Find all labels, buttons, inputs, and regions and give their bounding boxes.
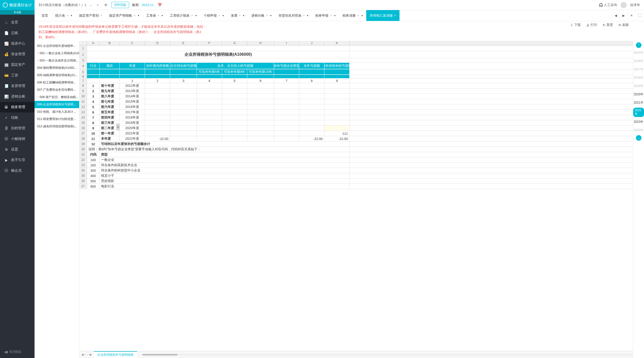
cell[interactable]: 当年待弥补的亏损额 [324, 63, 350, 69]
row-number[interactable]: 21 [79, 152, 87, 157]
brand-logo[interactable]: 畅捷通好会计 [0, 0, 35, 10]
cell[interactable]: 当年亏损额 [299, 63, 324, 69]
tab-close-icon[interactable]: × [191, 14, 193, 17]
tab-prev-icon[interactable]: ◀ [612, 12, 620, 19]
cell[interactable]: 2015年度 [120, 99, 145, 104]
sheet-first-icon[interactable]: ◀ [81, 353, 83, 356]
cell[interactable]: 9 [324, 79, 350, 83]
tab-close-icon[interactable]: × [218, 14, 220, 17]
row-number[interactable]: 19 [79, 141, 87, 146]
row-number[interactable]: 2 [79, 51, 87, 58]
cell[interactable]: -22.00 [324, 136, 350, 141]
cell[interactable] [324, 75, 350, 78]
sidebar-item-vip[interactable]: Ⓥ畅会员 [0, 165, 35, 176]
cell[interactable]: 2019年度 [120, 120, 145, 125]
cell[interactable]: 200 [87, 163, 100, 168]
cell[interactable] [222, 83, 247, 88]
cell[interactable] [274, 110, 299, 115]
tab-close-icon[interactable]: × [394, 14, 396, 17]
cell[interactable]: 6 [87, 110, 100, 115]
sidebar-item-invoice[interactable]: 🧾发票管理 [0, 81, 35, 91]
column-header[interactable]: F [197, 41, 222, 45]
cell[interactable]: 2017年度 [120, 110, 145, 115]
calendar-icon[interactable]: 📅 [157, 2, 163, 8]
cell[interactable] [120, 75, 145, 78]
cell[interactable]: 600 [87, 184, 100, 189]
cell[interactable] [197, 75, 222, 78]
cell[interactable]: 一般企业 [100, 157, 350, 162]
grid-body[interactable]: 12企业所得税弥补亏损明细表(A106000)34行次项目年度当年境内所得额分立… [79, 46, 633, 351]
sidebar-item-archive[interactable]: 🗄归档管理 [0, 123, 35, 134]
tab-close-icon[interactable]: × [134, 14, 136, 17]
cell[interactable]: 5 [87, 104, 100, 109]
tab-close-icon[interactable]: × [158, 14, 160, 17]
cell[interactable] [145, 94, 170, 99]
cell[interactable] [247, 94, 274, 99]
cell[interactable] [170, 94, 197, 99]
cell[interactable] [324, 69, 350, 75]
tab-close-icon[interactable]: × [303, 14, 305, 17]
cell[interactable] [274, 75, 299, 78]
row-number[interactable]: 12 [79, 104, 87, 109]
cell[interactable]: 2020年度 [120, 126, 145, 131]
cell[interactable] [274, 120, 299, 125]
year-item[interactable]: 2020年 [634, 91, 643, 98]
cell[interactable] [222, 94, 247, 99]
cell[interactable] [87, 69, 100, 75]
cell[interactable] [324, 115, 350, 120]
cell[interactable] [170, 69, 197, 75]
cell[interactable] [222, 126, 247, 131]
cell[interactable] [324, 110, 350, 115]
cell[interactable] [87, 58, 350, 63]
cell[interactable]: 可弥补年限10年 [247, 69, 274, 75]
sidebar-item-home[interactable]: ⌂首页 [0, 17, 35, 28]
tab-fullscreen-icon[interactable]: ⛶ [635, 12, 644, 19]
column-header[interactable]: K [324, 41, 350, 45]
cell[interactable]: 4 [197, 79, 222, 83]
cell[interactable]: 1 [120, 79, 145, 83]
row-number[interactable]: 15 [79, 120, 87, 125]
form-list-item[interactable]: 006-职工薪酬纳税调整明细... [35, 79, 79, 86]
cell[interactable] [222, 131, 247, 136]
cell[interactable]: 7 [87, 115, 100, 120]
tab-close-icon[interactable]: × [266, 14, 268, 17]
cell[interactable]: 电影行业 [100, 184, 350, 189]
sheet-prev-icon[interactable]: ‹ [85, 353, 86, 356]
cell[interactable] [87, 75, 100, 78]
cell[interactable]: 8 [299, 79, 324, 83]
tab[interactable]: 税务清册× [339, 10, 366, 21]
year-item[interactable]: 2023年 [634, 118, 643, 125]
cell[interactable] [145, 104, 170, 109]
cell[interactable] [100, 69, 120, 75]
cell[interactable]: 线宽小于 [100, 173, 350, 178]
sidebar-item-payroll[interactable]: 💳工资 [0, 70, 35, 81]
cell[interactable]: 前八年度 [100, 94, 120, 99]
cell[interactable]: 前十年度 [100, 83, 120, 88]
cell[interactable] [145, 110, 170, 115]
cell[interactable] [222, 75, 247, 78]
tab[interactable]: 固定资产类别× [76, 10, 106, 21]
tab[interactable]: 个税申报× [200, 10, 227, 21]
cell[interactable] [170, 131, 197, 136]
cell[interactable] [299, 115, 324, 120]
cell[interactable] [145, 120, 170, 125]
username[interactable]: 徐泽华 [630, 3, 640, 7]
account-name[interactable]: 刘小艳演示账套（勿删勿动！）1 [39, 3, 86, 7]
sidebar-item-funds[interactable]: 💰资金管理 [0, 49, 35, 59]
row-number[interactable]: 17 [79, 131, 87, 136]
cell[interactable] [145, 83, 170, 88]
column-header[interactable]: G [222, 41, 247, 45]
row-number[interactable]: 27 [79, 184, 87, 189]
row-number[interactable]: 1 [79, 46, 87, 51]
cell[interactable]: 代码 [87, 152, 100, 157]
cell[interactable] [222, 120, 247, 125]
cell[interactable] [299, 120, 324, 125]
cell[interactable]: 前四年度 [100, 115, 120, 120]
cell[interactable] [120, 69, 145, 75]
row-number[interactable]: 26 [79, 178, 87, 184]
period-value[interactable]: 2023-11 [142, 3, 154, 7]
cell[interactable] [197, 94, 222, 99]
year-down-icon[interactable]: ⌄ [636, 135, 641, 141]
cell[interactable] [222, 136, 247, 141]
cell[interactable] [324, 99, 350, 104]
